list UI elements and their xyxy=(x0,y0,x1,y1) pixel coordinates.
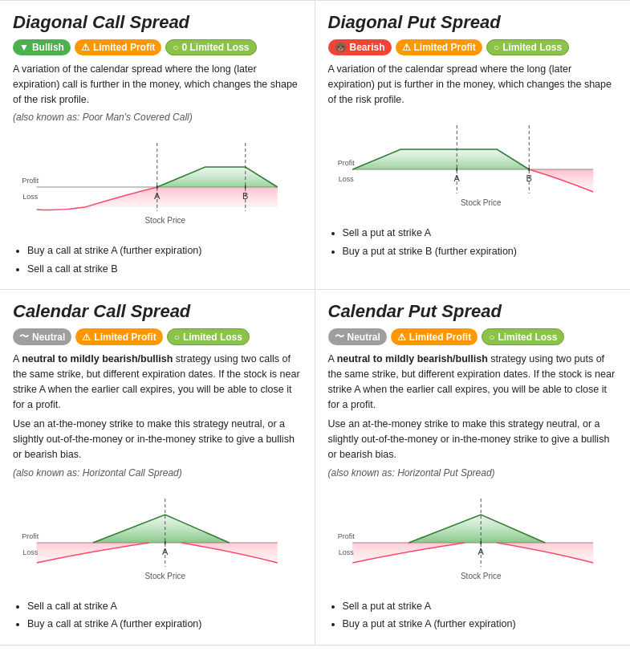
diagonal-call-chart: A B Profit Loss Stock Price xyxy=(13,131,302,235)
svg-text:Profit: Profit xyxy=(22,532,39,540)
bullet-8: Buy a put at strike A (further expiratio… xyxy=(343,615,618,633)
bullet-7: Sell a put at strike A xyxy=(343,597,618,616)
svg-text:Loss: Loss xyxy=(338,548,354,556)
calendar-call-desc2: Use an at-the-money strike to make this … xyxy=(13,417,302,462)
svg-text:Profit: Profit xyxy=(337,159,355,167)
bold-text-2: neutral to mildly bearish/bullish xyxy=(337,353,488,365)
neutral-icon: 〜 xyxy=(19,330,29,344)
calendar-call-spread-cell: Calendar Call Spread 〜 Neutral ⚠ Limited… xyxy=(0,290,315,645)
svg-text:B: B xyxy=(242,191,248,201)
bullet-4: Buy a put at strike B (further expiratio… xyxy=(343,242,618,261)
calendar-put-spread-title: Calendar Put Spread xyxy=(328,301,618,322)
limited-loss-badge: ○ 0 Limited Loss xyxy=(165,39,256,55)
diagonal-put-spread-desc: A variation of the calendar spread where… xyxy=(328,62,618,107)
diagonal-call-spread-also-known: (also known as: Poor Man's Covered Call) xyxy=(13,112,302,123)
svg-text:A: A xyxy=(453,173,460,183)
diagonal-put-spread-badges: 🐻 Bearish ⚠ Limited Profit ○ Limited Los… xyxy=(328,39,618,55)
limited-loss-badge-2: ○ Limited Loss xyxy=(486,39,569,55)
limited-loss-badge-4: ○ Limited Loss xyxy=(482,328,564,345)
bearish-icon: 🐻 xyxy=(335,42,347,53)
neutral-badge-2: 〜 Neutral xyxy=(328,328,387,345)
limited-profit-badge-3: ⚠ Limited Profit xyxy=(75,328,162,345)
limited-profit-badge-4: ⚠ Limited Profit xyxy=(391,328,478,345)
bearish-badge: 🐻 Bearish xyxy=(328,39,392,55)
svg-text:Loss: Loss xyxy=(22,193,39,201)
svg-text:A: A xyxy=(478,547,484,556)
circle-icon-4: ○ xyxy=(489,332,494,343)
svg-text:Profit: Profit xyxy=(22,177,39,185)
neutral-icon-2: 〜 xyxy=(335,330,344,344)
bullet-2: Sell a call at strike B xyxy=(27,260,302,279)
calendar-call-desc1: A neutral to mildly bearish/bullish stra… xyxy=(13,352,302,412)
bullish-icon: ▼ xyxy=(19,42,29,53)
svg-text:Stock Price: Stock Price xyxy=(460,572,501,580)
bullet-3: Sell a put at strike A xyxy=(343,224,618,242)
bullish-badge: ▼ Bullish xyxy=(13,39,71,55)
limited-profit-badge: ⚠ Limited Profit xyxy=(75,39,161,55)
diagonal-call-spread-badges: ▼ Bullish ⚠ Limited Profit ○ 0 Limited L… xyxy=(13,39,302,55)
svg-text:Loss: Loss xyxy=(22,548,39,556)
circle-icon-2: ○ xyxy=(494,42,499,53)
diagonal-call-spread-title: Diagonal Call Spread xyxy=(13,12,302,33)
diagonal-put-chart: A B Profit Loss Stock Price xyxy=(328,113,618,218)
diagonal-call-bullets: Buy a call at strike A (further expirati… xyxy=(13,242,302,278)
circle-icon: ○ xyxy=(173,42,178,53)
triangle-icon-4: ⚠ xyxy=(397,332,406,343)
triangle-icon-2: ⚠ xyxy=(402,42,411,53)
svg-text:Profit: Profit xyxy=(337,532,355,540)
bullet-6: Buy a call at strike A (further expirati… xyxy=(27,615,302,633)
calendar-put-chart: A Profit Loss Stock Price xyxy=(328,487,618,591)
diagonal-put-spread-title: Diagonal Put Spread xyxy=(328,12,618,33)
diagonal-call-spread-cell: Diagonal Call Spread ▼ Bullish ⚠ Limited… xyxy=(0,1,315,290)
bullet-1: Buy a call at strike A (further expirati… xyxy=(27,242,302,260)
neutral-badge: 〜 Neutral xyxy=(13,328,71,345)
calendar-call-spread-badges: 〜 Neutral ⚠ Limited Profit ○ Limited Los… xyxy=(13,328,302,345)
calendar-put-desc2: Use an at-the-money strike to make this … xyxy=(328,417,618,462)
triangle-icon-3: ⚠ xyxy=(82,332,91,343)
bullet-5: Sell a call at strike A xyxy=(27,597,302,616)
calendar-put-spread-cell: Calendar Put Spread 〜 Neutral ⚠ Limited … xyxy=(315,290,631,645)
svg-text:A: A xyxy=(162,547,169,556)
calendar-put-desc1: A neutral to mildly bearish/bullish stra… xyxy=(328,352,618,412)
calendar-put-spread-badges: 〜 Neutral ⚠ Limited Profit ○ Limited Los… xyxy=(328,328,618,345)
calendar-call-chart: A Profit Loss Stock Price xyxy=(13,487,302,591)
diagonal-put-spread-cell: Diagonal Put Spread 🐻 Bearish ⚠ Limited … xyxy=(315,1,631,290)
svg-text:Loss: Loss xyxy=(338,175,354,183)
diagonal-put-bullets: Sell a put at strike A Buy a put at stri… xyxy=(328,224,618,260)
diagonal-call-spread-desc: A variation of the calendar spread where… xyxy=(13,62,302,107)
svg-text:B: B xyxy=(526,173,531,183)
calendar-put-bullets: Sell a put at strike A Buy a put at stri… xyxy=(328,597,618,633)
limited-profit-badge-2: ⚠ Limited Profit xyxy=(396,39,482,55)
limited-loss-badge-3: ○ Limited Loss xyxy=(167,328,250,345)
svg-text:Stock Price: Stock Price xyxy=(144,572,185,580)
calendar-call-also-known: (also known as: Horizontal Call Spread) xyxy=(13,467,302,479)
circle-icon-3: ○ xyxy=(174,332,180,343)
triangle-icon: ⚠ xyxy=(81,42,90,53)
calendar-call-bullets: Sell a call at strike A Buy a call at st… xyxy=(13,597,302,633)
svg-text:Stock Price: Stock Price xyxy=(144,216,185,225)
calendar-call-spread-title: Calendar Call Spread xyxy=(13,301,302,322)
calendar-put-also-known: (also known as: Horizontal Put Spread) xyxy=(328,467,618,479)
svg-text:A: A xyxy=(154,191,161,201)
svg-text:Stock Price: Stock Price xyxy=(460,198,501,207)
bold-text-1: neutral to mildly bearish/bullish xyxy=(22,353,173,365)
